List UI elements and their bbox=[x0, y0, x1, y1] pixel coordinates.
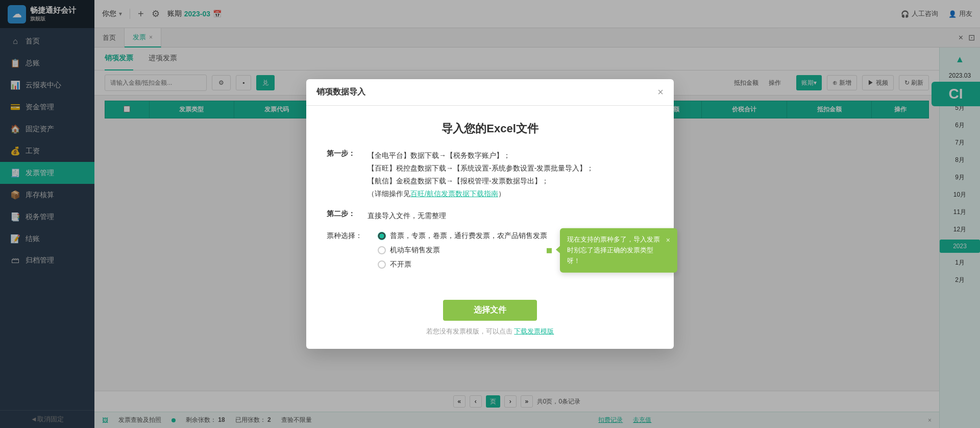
tooltip-arrow bbox=[556, 246, 560, 253]
modal-header: 销项数据导入 × bbox=[306, 79, 674, 106]
step1-line1: 【全电平台】数据下载→【税务数字账户】； bbox=[368, 149, 594, 162]
step2-content: 直接导入文件，无需整理 bbox=[368, 209, 446, 222]
tooltip-container: × 现在支持的票种多了，导入发票时别忘了选择正确的发票类型呀！ bbox=[547, 228, 677, 272]
tooltip-bubble: × 现在支持的票种多了，导入发票时别忘了选择正确的发票类型呀！ bbox=[560, 228, 677, 272]
modal-ticket-select: 票种选择： 普票，专票，卷票，通行费发票，农产品销售发票 机动车销售发票 bbox=[327, 231, 653, 274]
download-text-row: 若您没有发票模版，可以点击 下载发票模版 bbox=[426, 327, 554, 336]
modal-footer: 选择文件 若您没有发票模版，可以点击 下载发票模版 bbox=[306, 295, 674, 349]
modal-import-title: 导入您的Excel文件 bbox=[327, 121, 653, 136]
ticket-radio-2[interactable] bbox=[378, 246, 386, 254]
ticket-radio-1[interactable] bbox=[378, 232, 386, 240]
step1-label: 第一步： bbox=[327, 149, 362, 201]
select-file-btn[interactable]: 选择文件 bbox=[443, 300, 537, 321]
step1-line3: 【航信】金税盘数据下载→【报税管理-发票数据导出】； bbox=[368, 175, 594, 187]
step1-line2: 【百旺】税控盘数据下载→【系统设置-系统参数设置-发票批量导入】； bbox=[368, 162, 594, 175]
modal-body: 导入您的Excel文件 第一步： 【全电平台】数据下载→【税务数字账户】； 【百… bbox=[306, 106, 674, 295]
modal-step1: 第一步： 【全电平台】数据下载→【税务数字账户】； 【百旺】税控盘数据下载→【系… bbox=[327, 149, 653, 201]
tooltip-close-btn[interactable]: × bbox=[666, 234, 670, 246]
ticket-select-label: 票种选择： bbox=[327, 231, 362, 241]
step1-link[interactable]: 百旺/航信发票数据下载指南 bbox=[410, 189, 498, 198]
modal-close-btn[interactable]: × bbox=[657, 87, 664, 97]
modal-overlay: 销项数据导入 × 导入您的Excel文件 第一步： 【全电平台】数据下载→【税务… bbox=[0, 0, 980, 428]
ticket-option-2[interactable]: 机动车销售发票 bbox=[378, 246, 547, 255]
step2-label: 第二步： bbox=[327, 209, 362, 222]
step1-link-row: （详细操作见百旺/航信发票数据下载指南） bbox=[368, 187, 594, 200]
modal-title: 销项数据导入 bbox=[316, 87, 365, 98]
ticket-option-3[interactable]: 不开票 bbox=[378, 260, 547, 269]
tooltip-text: 现在支持的票种多了，导入发票时别忘了选择正确的发票类型呀！ bbox=[567, 235, 660, 265]
step1-content: 【全电平台】数据下载→【税务数字账户】； 【百旺】税控盘数据下载→【系统设置-系… bbox=[368, 149, 594, 201]
ticket-option-1[interactable]: 普票，专票，卷票，通行费发票，农产品销售发票 bbox=[378, 231, 547, 241]
download-template-link[interactable]: 下载发票模版 bbox=[514, 327, 554, 335]
import-modal: 销项数据导入 × 导入您的Excel文件 第一步： 【全电平台】数据下载→【税务… bbox=[306, 79, 674, 349]
tooltip-dot bbox=[547, 248, 552, 253]
ticket-radio-3[interactable] bbox=[378, 260, 386, 269]
modal-step2: 第二步： 直接导入文件，无需整理 bbox=[327, 209, 653, 222]
